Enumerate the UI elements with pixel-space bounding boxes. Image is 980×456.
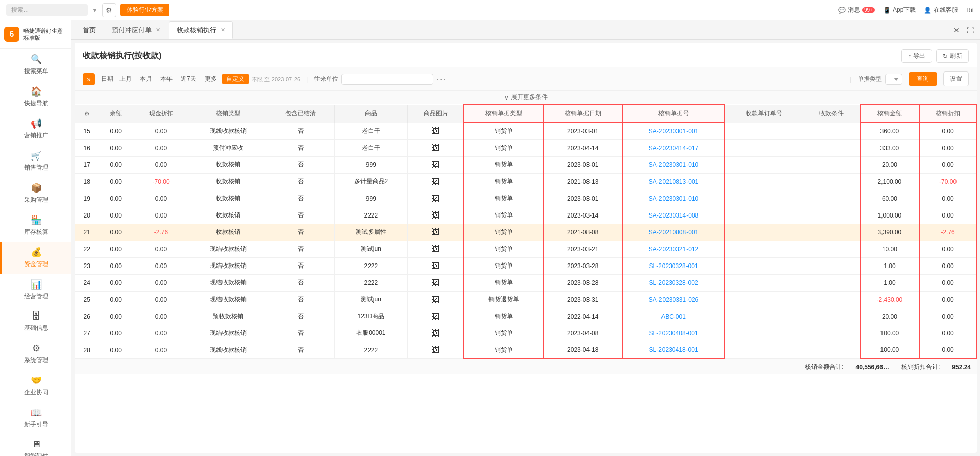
sidebar-item-purchase[interactable]: 📦 采购管理 xyxy=(0,177,71,209)
partner-input[interactable] xyxy=(341,74,433,85)
app-download-btn[interactable]: 📱 App下载 xyxy=(883,6,916,14)
home-icon: 🏠 xyxy=(31,86,42,97)
settings-icon[interactable]: ⚙ xyxy=(102,3,116,17)
online-service-btn[interactable]: 👤 在线客服 xyxy=(924,6,958,14)
cell-bill-number[interactable]: SL-20230408-001 xyxy=(622,325,725,342)
cell-goods-img: 🖼 xyxy=(408,207,464,224)
cell-bill-report-type: 销货单 xyxy=(464,257,543,274)
cell-balance: 0.00 xyxy=(99,325,133,342)
filter-custom-btn[interactable]: 自定义 xyxy=(222,74,249,84)
export-btn[interactable]: ↑ 导出 xyxy=(901,49,932,63)
search-bar[interactable]: 搜索... xyxy=(6,4,88,16)
cell-verify-amount: 10.00 xyxy=(860,241,920,257)
filter-opt-last-month[interactable]: 上月 xyxy=(116,74,135,84)
tab-close-prepay[interactable]: ✕ xyxy=(156,27,160,33)
user-name[interactable]: Rit xyxy=(966,7,974,14)
col-bill-report-type: 核销单据类型 xyxy=(464,105,543,123)
cell-bill-number[interactable]: SL-20230418-001 xyxy=(622,342,725,358)
bill-type-select[interactable] xyxy=(885,74,902,85)
sidebar-item-search[interactable]: 🔍 搜索菜单 xyxy=(0,49,71,81)
filter-opt-7days[interactable]: 近7天 xyxy=(178,74,200,84)
refresh-btn[interactable]: ↻ 刷新 xyxy=(936,49,969,63)
expand-more-label: 展开更多条件 xyxy=(511,93,548,102)
cell-bill-report-date: 2023-03-01 xyxy=(543,123,622,139)
tab-close-collect[interactable]: ✕ xyxy=(220,27,225,33)
dropdown-arrow-icon[interactable]: ▼ xyxy=(92,7,98,14)
sidebar-item-guide[interactable]: 📖 新手引导 xyxy=(0,402,71,434)
filter-opt-this-year[interactable]: 本年 xyxy=(157,74,176,84)
cell-bill-number[interactable]: SA-20210808-001 xyxy=(622,224,725,241)
cell-bill-number[interactable]: SA-20230314-008 xyxy=(622,207,725,224)
cell-bill-number[interactable]: SA-20230321-012 xyxy=(622,241,725,257)
sidebar-item-quick[interactable]: 🏠 快捷导航 xyxy=(0,81,71,113)
sidebar-item-company[interactable]: 🤝 企业协同 xyxy=(0,370,71,402)
cell-balance: 0.00 xyxy=(99,156,133,173)
cell-goods-img: 🖼 xyxy=(408,224,464,241)
partner-dots[interactable]: ··· xyxy=(436,75,446,84)
cell-bill-number[interactable]: SA-20210813-001 xyxy=(622,173,725,190)
cell-cash-discount: -70.00 xyxy=(133,173,189,190)
cell-cash-discount: -2.76 xyxy=(133,224,189,241)
cell-bill-number[interactable]: SL-20230328-002 xyxy=(622,274,725,291)
cell-bill-report-date: 2023-03-14 xyxy=(543,207,622,224)
cell-bill-number[interactable]: SA-20230301-010 xyxy=(622,156,725,173)
cell-no: 22 xyxy=(75,241,99,257)
sidebar-item-marketing[interactable]: 📢 营销推广 xyxy=(0,113,71,145)
message-badge: 99+ xyxy=(862,7,875,13)
cell-bill-number[interactable]: SA-20230301-010 xyxy=(622,190,725,207)
industry-btn[interactable]: 体验行业方案 xyxy=(120,4,169,16)
table-row: 200.000.00收款核销否2222🖼销货单2023-03-14SA-2023… xyxy=(75,207,977,224)
page-header: 收款核销执行(按收款) ↑ 导出 ↻ 刷新 xyxy=(75,43,977,67)
cell-bill-number[interactable]: SA-20230331-026 xyxy=(622,291,725,308)
table-row: 270.000.00现结收款核销否衣服00001🖼销货单2023-04-08SL… xyxy=(75,325,977,342)
cell-no: 19 xyxy=(75,190,99,207)
cell-bill-number[interactable]: SA-20230414-017 xyxy=(622,139,725,156)
cell-receive-condition xyxy=(803,139,860,156)
filter-opt-more[interactable]: 更多 xyxy=(202,74,220,84)
cell-receive-condition xyxy=(803,325,860,342)
cell-bill-number[interactable]: ABC-001 xyxy=(622,308,725,325)
cell-goods: 测试多属性 xyxy=(334,224,408,241)
cell-bill-report-date: 2021-08-13 xyxy=(543,173,622,190)
cell-verify-amount: 20.00 xyxy=(860,308,920,325)
query-btn[interactable]: 查询 xyxy=(909,72,937,86)
cell-bill-number[interactable]: SA-20230301-001 xyxy=(622,123,725,139)
cell-include-settled: 否 xyxy=(267,308,334,325)
sidebar-item-stock[interactable]: 🏪 库存核算 xyxy=(0,209,71,242)
filter-toggle-btn[interactable]: » xyxy=(83,73,95,85)
sidebar-item-sales[interactable]: 🛒 销售管理 xyxy=(0,145,71,177)
cell-verify-type: 预收款核销 xyxy=(189,308,267,325)
filter-opt-this-month[interactable]: 本月 xyxy=(137,74,155,84)
tab-collect[interactable]: 收款核销执行 ✕ xyxy=(169,21,233,39)
cell-no: 18 xyxy=(75,173,99,190)
filter-settings-btn[interactable]: 设置 xyxy=(943,71,969,86)
tab-prepay[interactable]: 预付冲应付单 ✕ xyxy=(104,21,168,39)
sidebar-item-finance[interactable]: 💰 资金管理 xyxy=(0,242,71,274)
date-filter-group: 日期 上月 本月 本年 近7天 更多 自定义 不限 至 2023-07-26 xyxy=(101,74,300,84)
table-row: 190.000.00收款核销否999🖼销货单2023-03-01SA-20230… xyxy=(75,190,977,207)
sidebar-item-system[interactable]: ⚙ 系统管理 xyxy=(0,338,71,370)
cell-bill-report-date: 2023-04-14 xyxy=(543,139,622,156)
tab-home[interactable]: 首页 xyxy=(76,21,103,39)
guide-icon: 📖 xyxy=(31,407,42,418)
cell-bill-number[interactable]: SL-20230328-001 xyxy=(622,257,725,274)
logo: 6 畅捷通谱好生意 标准版 xyxy=(0,20,71,49)
date-range-display: 不限 至 2023-07-26 xyxy=(252,76,300,83)
sidebar-item-hardware[interactable]: 🖥 智能硬件 xyxy=(0,434,71,456)
cell-verify-discount: 0.00 xyxy=(919,342,976,358)
cell-receive-order xyxy=(725,241,803,257)
table-head: ⚙ 余额 现金折扣 核销类型 包含已结清 商品 商品图片 核销单据类型 核销单据… xyxy=(75,105,977,123)
sidebar-item-business[interactable]: 📊 经营管理 xyxy=(0,274,71,306)
cell-verify-discount: 0.00 xyxy=(919,156,976,173)
maximize-icon[interactable]: ⛶ xyxy=(965,25,976,35)
sidebar-item-base[interactable]: 🗄 基础信息 xyxy=(0,306,71,338)
cell-include-settled: 否 xyxy=(267,342,334,358)
cell-cash-discount: 0.00 xyxy=(133,156,189,173)
cell-cash-discount: 0.00 xyxy=(133,308,189,325)
message-btn[interactable]: 💬 消息 99+ xyxy=(838,6,875,14)
expand-more-bar[interactable]: ∨ 展开更多条件 xyxy=(75,91,977,104)
cell-bill-report-type: 销货单 xyxy=(464,274,543,291)
col-config[interactable]: ⚙ xyxy=(75,105,99,123)
cell-verify-discount: 0.00 xyxy=(919,308,976,325)
close-window-icon[interactable]: ✕ xyxy=(951,25,962,35)
